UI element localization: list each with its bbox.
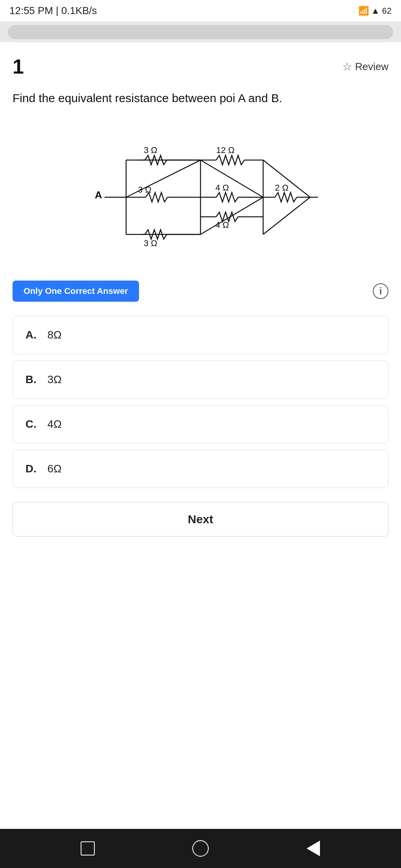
- option-c-value: 4Ω: [47, 418, 62, 430]
- option-a-value: 8Ω: [47, 329, 62, 341]
- square-icon: [81, 841, 95, 855]
- status-left: 12:55 PM | 0.1KB/s: [9, 5, 97, 17]
- review-label: Review: [355, 61, 388, 73]
- status-right: 📶 ▲ 62: [358, 6, 392, 16]
- time-display: 12:55 PM | 0.1KB/s: [9, 5, 97, 17]
- circuit-svg: A 3 Ω 3 Ω: [83, 121, 318, 262]
- svg-text:2 Ω: 2 Ω: [275, 183, 289, 193]
- option-d[interactable]: D. 6Ω: [13, 450, 388, 488]
- option-c-label: C.: [25, 418, 41, 430]
- svg-text:3 Ω: 3 Ω: [138, 185, 152, 194]
- status-bar: 12:55 PM | 0.1KB/s 📶 ▲ 62: [0, 0, 401, 22]
- svg-text:3 Ω: 3 Ω: [144, 145, 157, 155]
- option-b-label: B.: [25, 373, 41, 386]
- svg-text:12 Ω: 12 Ω: [216, 145, 235, 155]
- option-d-value: 6Ω: [47, 463, 62, 475]
- circuit-diagram: A 3 Ω 3 Ω: [13, 121, 388, 262]
- svg-line-33: [263, 197, 310, 234]
- wifi-icon: 📶: [358, 6, 369, 16]
- review-button[interactable]: ☆ Review: [342, 60, 388, 73]
- signal-icon: ▲: [371, 6, 380, 16]
- svg-text:4 Ω: 4 Ω: [215, 183, 229, 193]
- star-icon: ☆: [342, 60, 352, 73]
- question-number: 1: [13, 55, 24, 78]
- option-d-label: D.: [25, 463, 41, 475]
- svg-line-18: [200, 197, 263, 234]
- svg-text:3 Ω: 3 Ω: [144, 238, 157, 248]
- svg-text:A: A: [95, 189, 102, 201]
- back-button[interactable]: [303, 838, 323, 859]
- option-c[interactable]: C. 4Ω: [13, 405, 388, 443]
- home-button[interactable]: [78, 838, 98, 859]
- battery-display: 62: [382, 6, 392, 16]
- question-text: Find the equivalent resistance between p…: [13, 89, 388, 107]
- options-container: A. 8Ω B. 3Ω C. 4Ω D. 6Ω: [13, 316, 388, 488]
- search-bar[interactable]: [8, 25, 393, 39]
- option-a[interactable]: A. 8Ω: [13, 316, 388, 354]
- question-header: 1 ☆ Review: [13, 55, 388, 78]
- only-one-correct-badge: Only One Correct Answer: [13, 281, 139, 302]
- search-bar-area: [0, 22, 401, 42]
- badge-row: Only One Correct Answer i: [13, 281, 388, 302]
- main-content: 1 ☆ Review Find the equivalent resistanc…: [0, 42, 401, 829]
- option-b-value: 3Ω: [47, 373, 62, 386]
- next-button[interactable]: Next: [13, 502, 388, 537]
- bottom-nav: [0, 829, 401, 868]
- svg-text:4 Ω: 4 Ω: [215, 220, 229, 230]
- circle-icon: [192, 840, 209, 857]
- svg-line-6: [126, 160, 200, 197]
- info-icon-label: i: [379, 286, 382, 297]
- back-triangle-icon: [307, 841, 320, 856]
- info-icon[interactable]: i: [373, 283, 388, 299]
- option-b[interactable]: B. 3Ω: [13, 360, 388, 399]
- recents-button[interactable]: [190, 838, 211, 859]
- option-a-label: A.: [25, 329, 41, 341]
